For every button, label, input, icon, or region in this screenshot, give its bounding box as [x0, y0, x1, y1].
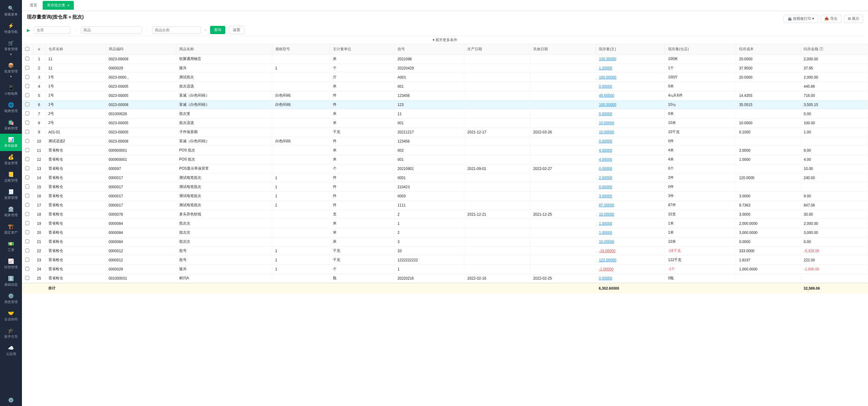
row-qty-main[interactable]: 0.00000: [596, 182, 665, 192]
product-input[interactable]: [81, 27, 142, 34]
filter-arrow-icon[interactable]: ▶: [27, 28, 30, 33]
sidebar-item-invoice[interactable]: 🧾 发票管理: [0, 186, 22, 203]
sidebar-item-tax[interactable]: 🏛️ 税务管理: [0, 203, 22, 221]
sidebar-item-quick-nav[interactable]: ⚡ 快捷导航: [0, 20, 22, 37]
sidebar-item-newbie[interactable]: 🎓 新手引导: [0, 325, 22, 342]
select-all-checkbox[interactable]: [25, 47, 29, 51]
export-button[interactable]: 📤 导出: [820, 14, 841, 23]
row-checkbox[interactable]: [25, 221, 29, 225]
category-input[interactable]: [152, 27, 201, 34]
row-checkbox[interactable]: [25, 75, 29, 79]
sidebar-item-assets[interactable]: 💰 资金管理: [0, 151, 22, 168]
row-warehouse: 1号: [45, 82, 105, 91]
collab-icon: 🤝: [8, 310, 14, 316]
search-button[interactable]: 查询: [210, 26, 225, 34]
sidebar-item-general[interactable]: 📒 总账管理: [0, 168, 22, 186]
row-qty-main[interactable]: 10.00000: [596, 119, 665, 128]
row-checkbox[interactable]: [25, 258, 29, 262]
row-checkbox[interactable]: [25, 184, 29, 189]
sidebar-search-menu[interactable]: 🔍 搜索菜单: [0, 2, 22, 20]
row-qty-main[interactable]: 4.00000: [596, 146, 665, 155]
row-qty-main[interactable]: 10.00000: [596, 128, 665, 137]
warehouse-input[interactable]: [34, 27, 70, 34]
sidebar-item-system[interactable]: ⚙️ 系统管理: [0, 290, 22, 307]
row-qty-main[interactable]: 87.00000: [596, 201, 665, 210]
row-qty-main[interactable]: 100.00000: [596, 55, 665, 64]
row-checkbox[interactable]: [25, 139, 29, 143]
row-qty-main[interactable]: -1.00000: [596, 265, 665, 274]
sidebar-item-retail[interactable]: 🛒 零售管理 ▾: [0, 37, 22, 59]
expand-conditions-btn[interactable]: ▾ 展开更多条件: [433, 38, 457, 42]
row-index: 11: [33, 146, 45, 155]
sidebar-item-cloud[interactable]: ☁️ 云应用: [0, 342, 22, 360]
tab-home[interactable]: 首页: [26, 1, 41, 10]
row-unit-cost: 20.0000: [736, 55, 801, 64]
row-qty-main[interactable]: 0.00000: [596, 274, 665, 283]
row-product-code: 0000029: [105, 64, 176, 73]
row-product-name: 批次次: [176, 228, 272, 237]
row-checkbox[interactable]: [25, 248, 29, 252]
row-checkbox[interactable]: [25, 267, 29, 271]
row-checkbox[interactable]: [25, 194, 29, 198]
row-qty-main[interactable]: 0.00000: [596, 82, 665, 91]
row-total-cost: -5,328.00: [801, 246, 868, 256]
row-qty-main[interactable]: 100.00000: [596, 100, 665, 109]
row-checkbox[interactable]: [25, 148, 29, 152]
row-unit: 千克: [330, 256, 394, 265]
row-checkbox[interactable]: [25, 102, 29, 106]
row-qty-main[interactable]: 100.00000: [596, 73, 665, 82]
row-checkbox[interactable]: [25, 66, 29, 70]
row-checkbox[interactable]: [25, 175, 29, 179]
expand-icon: ⊞: [848, 16, 851, 21]
row-checkbox[interactable]: [25, 84, 29, 88]
row-checkbox[interactable]: [25, 93, 29, 97]
row-qty-main[interactable]: 49.60000: [596, 91, 665, 100]
tab-batch-query[interactable]: 库存批次查 ✕: [43, 1, 74, 10]
row-qty-main[interactable]: 122.00000: [596, 256, 665, 265]
row-batch: 1222222222: [394, 256, 464, 265]
tab-close-icon[interactable]: ✕: [67, 4, 69, 7]
row-qty-main[interactable]: 10.00000: [596, 237, 665, 246]
sidebar-item-ops[interactable]: 📈 经营管理: [0, 255, 22, 273]
row-qty-main[interactable]: 3.00000: [596, 192, 665, 201]
sidebar-item-basic[interactable]: ℹ️ 基础信息: [0, 273, 22, 290]
sidebar-item-inventory[interactable]: 📊 库存核算: [0, 134, 22, 151]
row-checkbox[interactable]: [25, 212, 29, 216]
row-index: 10: [33, 137, 45, 146]
row-qty-main[interactable]: 0.00000: [596, 137, 665, 146]
row-checkbox[interactable]: [25, 157, 29, 161]
sidebar-item-collab[interactable]: 🤝 企业协同: [0, 307, 22, 325]
settings-button[interactable]: 设置: [229, 26, 244, 34]
row-checkbox-cell: [22, 182, 33, 192]
row-checkbox[interactable]: [25, 57, 29, 61]
row-qty-main[interactable]: -16.00000: [596, 246, 665, 256]
expand-button[interactable]: ⊞ 展示: [844, 14, 863, 23]
row-qty-main[interactable]: 1.00000: [596, 219, 665, 228]
print-button[interactable]: 🖨️ 按模板打印 ▾: [783, 14, 818, 23]
row-qty-main[interactable]: 10.00000: [596, 210, 665, 219]
row-total-cost: 8.00: [801, 146, 868, 155]
row-checkbox[interactable]: [25, 111, 29, 115]
row-checkbox[interactable]: [25, 276, 29, 280]
row-qty-main[interactable]: 2.00000: [596, 173, 665, 182]
row-checkbox[interactable]: [25, 203, 29, 207]
row-checkbox[interactable]: [25, 239, 29, 243]
row-checkbox[interactable]: [25, 121, 29, 125]
sidebar-settings-button[interactable]: ⚙️: [0, 394, 22, 406]
row-checkbox[interactable]: [25, 230, 29, 234]
row-qty-main[interactable]: 4.00000: [596, 155, 665, 164]
row-qty-main[interactable]: 0.00000: [596, 109, 665, 119]
sidebar-item-payroll[interactable]: 💵 工资: [0, 238, 22, 255]
row-checkbox-cell: [22, 73, 33, 82]
sidebar-item-ecom[interactable]: 🌐 电商管理: [0, 99, 22, 116]
row-qty-main[interactable]: 1.00000: [596, 64, 665, 73]
row-checkbox[interactable]: [25, 130, 29, 134]
sidebar-item-purchase[interactable]: 🛍️ 采购管理: [0, 116, 22, 134]
row-qty-main[interactable]: 0.00000: [596, 164, 665, 173]
row-qty-main[interactable]: 1.00000: [596, 228, 665, 237]
sidebar-item-wholesale[interactable]: 📦 批发管理 ▾: [0, 59, 22, 81]
row-checkbox-cell: [22, 274, 33, 283]
sidebar-item-fixed-assets[interactable]: 🏗️ 固定资产: [0, 221, 22, 238]
row-checkbox[interactable]: [25, 166, 29, 170]
sidebar-item-mini-ecom[interactable]: 📱 小程电商: [0, 81, 22, 99]
